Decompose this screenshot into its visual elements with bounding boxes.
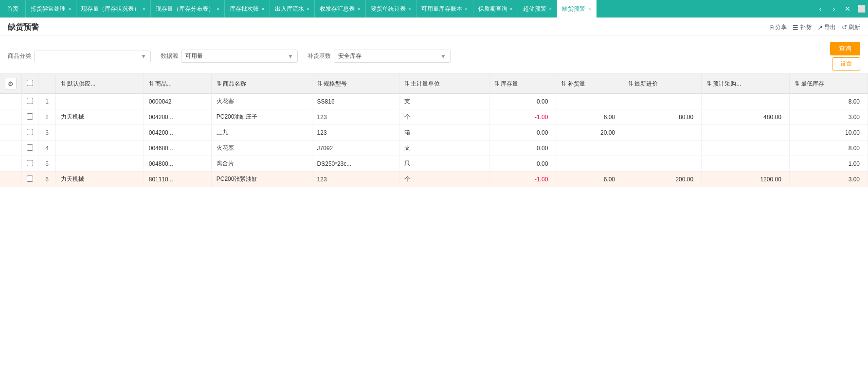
table-row[interactable]: 5 004800... 离合片 DS250*23c... 只 0.00 1.00 — [0, 156, 868, 172]
page-title: 缺货预警 — [8, 22, 39, 33]
tab-close-icon[interactable]: × — [142, 6, 145, 12]
select-all-checkbox[interactable] — [27, 80, 33, 86]
gear-settings-button[interactable]: ⚙ — [5, 78, 17, 89]
col-stock-header[interactable]: ⇅ 库存量 — [489, 74, 556, 94]
row-min-stock: 8.00 — [789, 94, 868, 109]
replenish-button[interactable]: ☰ 补货 — [793, 23, 812, 32]
export-button[interactable]: ↗ 导出 — [817, 23, 836, 32]
datasource-value: 可用量 — [185, 52, 203, 60]
row-checkbox-cell[interactable] — [22, 109, 38, 125]
tab-close-icon[interactable]: × — [510, 6, 513, 12]
table-row[interactable]: 1 0000042 火花塞 SS816 支 0.00 8.00 — [0, 94, 868, 109]
tab-next-button[interactable]: › — [827, 0, 841, 18]
tab-inout-flow[interactable]: 出入库流水× — [270, 0, 315, 18]
table-row[interactable]: 2 力天机械 004200... PC200油缸庄子 123 个 -1.00 6… — [0, 109, 868, 125]
tab-close-icon[interactable]: × — [588, 6, 591, 12]
row-checkbox-cell[interactable] — [22, 141, 38, 156]
tab-inventory-dist[interactable]: 现存量（库存分布表）× — [151, 0, 225, 18]
col-est-purchase-header[interactable]: ⇅ 预计采购... — [702, 74, 790, 94]
replenish-base-value: 安全库存 — [338, 52, 362, 60]
query-button[interactable]: 查询 — [830, 42, 860, 55]
tab-demand-stats[interactable]: 要货单统计表× — [366, 0, 416, 18]
tab-close-icon[interactable]: × — [357, 6, 360, 12]
datasource-select[interactable]: 可用量 ▼ — [181, 50, 298, 63]
replenish-icon: ☰ — [793, 24, 798, 31]
row-unit: 个 — [399, 172, 489, 187]
col-replenish-header[interactable]: ⇅ 补货量 — [556, 74, 623, 94]
row-checkbox-cell[interactable] — [22, 172, 38, 187]
col-spec-header[interactable]: ⇅ 规格型号 — [312, 74, 399, 94]
tab-stockout[interactable]: 缺货预警× — [557, 0, 596, 18]
tab-available-ledger[interactable]: 可用量库存账本× — [416, 0, 473, 18]
row-latest-price — [623, 141, 701, 156]
row-supplier: 力天机械 — [56, 109, 144, 125]
tab-close-icon[interactable]: × — [261, 6, 264, 12]
refresh-icon: ↺ — [842, 24, 847, 31]
tab-receive-summary[interactable]: 收发存汇总表× — [315, 0, 365, 18]
col-goods-code-header[interactable]: ⇅ 商品... — [144, 74, 211, 94]
col-goods-name-header[interactable]: ⇅ 商品名称 — [211, 74, 312, 94]
tab-expand-button[interactable]: ⬜ — [854, 0, 868, 18]
row-unit: 支 — [399, 141, 489, 156]
tab-prev-button[interactable]: ‹ — [814, 0, 827, 18]
row-number: 2 — [38, 109, 56, 125]
row-checkbox[interactable] — [27, 176, 33, 182]
row-stock: 0.00 — [489, 141, 556, 156]
col-unit-header[interactable]: ⇅ 主计量单位 — [399, 74, 489, 94]
tab-close-icon[interactable]: × — [549, 6, 552, 12]
row-gear-cell — [0, 109, 22, 125]
tab-home[interactable]: 首页 — [0, 0, 26, 18]
row-est-purchase — [702, 141, 790, 156]
row-gear-cell — [0, 94, 22, 109]
replenish-base-label: 补货基数 — [307, 52, 331, 60]
col-supplier-header[interactable]: ⇅ 默认供应... — [56, 74, 144, 94]
row-checkbox[interactable] — [27, 144, 33, 151]
settings-button[interactable]: 设置 — [832, 57, 860, 70]
table-row[interactable]: 3 004200... 三九 123 箱 0.00 20.00 10.00 — [0, 125, 868, 141]
tab-abnormal[interactable]: 拣货异常处理× — [26, 0, 76, 18]
tab-close-icon[interactable]: × — [408, 6, 411, 12]
category-label: 商品分类 — [8, 52, 31, 60]
row-checkbox[interactable] — [27, 113, 33, 120]
tab-close-button[interactable]: ✕ — [841, 0, 854, 18]
tab-label: 要货单统计表 — [371, 5, 406, 13]
col-latest-price-header[interactable]: ⇅ 最新进价 — [623, 74, 701, 94]
refresh-button[interactable]: ↺ 刷新 — [842, 23, 860, 32]
row-latest-price — [623, 94, 701, 109]
tab-close-icon[interactable]: × — [307, 6, 309, 12]
row-checkbox-cell[interactable] — [22, 125, 38, 141]
row-spec: 123 — [312, 109, 399, 125]
row-stock: 0.00 — [489, 94, 556, 109]
tab-label: 超储预警 — [523, 5, 546, 13]
table-row[interactable]: 6 力天机械 801110... PC200张紧油缸 123 个 -1.00 6… — [0, 172, 868, 187]
row-checkbox[interactable] — [27, 98, 33, 104]
tab-inventory-status[interactable]: 现存量（库存状况表）× — [76, 0, 150, 18]
tab-expiry-query[interactable]: 保质期查询× — [473, 0, 518, 18]
tab-close-icon[interactable]: × — [465, 6, 468, 12]
row-gear-cell — [0, 125, 22, 141]
replenish-base-select[interactable]: 安全库存 ▼ — [334, 50, 451, 63]
row-checkbox-cell[interactable] — [22, 94, 38, 109]
tab-close-icon[interactable]: × — [68, 6, 71, 12]
col-supplier-label: ⇅ 默认供应... — [61, 80, 95, 87]
category-select[interactable]: ▼ — [34, 51, 151, 62]
tab-close-icon[interactable]: × — [217, 6, 219, 12]
row-spec: SS816 — [312, 94, 399, 109]
datasource-filter: 数据源 可用量 ▼ — [161, 50, 298, 63]
page-header: 缺货预警 ⎘ 分享 ☰ 补货 ↗ 导出 ↺ 刷新 — [0, 18, 868, 36]
table-row[interactable]: 4 004600... 火花塞 J7092 支 0.00 8.00 — [0, 141, 868, 156]
tab-nav-buttons: ‹ › ✕ ⬜ — [814, 0, 868, 18]
tab-bar: 首页 拣货异常处理×现存量（库存状况表）×现存量（库存分布表）×库存批次账×出入… — [0, 0, 868, 18]
share-button[interactable]: ⎘ 分享 — [770, 23, 787, 32]
col-min-stock-header[interactable]: ⇅ 最低库存 — [789, 74, 868, 94]
row-checkbox-cell[interactable] — [22, 156, 38, 172]
row-supplier — [56, 141, 144, 156]
row-goods-code: 004800... — [144, 156, 211, 172]
row-supplier — [56, 156, 144, 172]
row-spec: J7092 — [312, 141, 399, 156]
tab-overstock[interactable]: 超储预警× — [518, 0, 557, 18]
row-checkbox[interactable] — [27, 129, 33, 135]
tab-batch-account[interactable]: 库存批次账× — [225, 0, 270, 18]
row-supplier — [56, 125, 144, 141]
row-checkbox[interactable] — [27, 160, 33, 166]
